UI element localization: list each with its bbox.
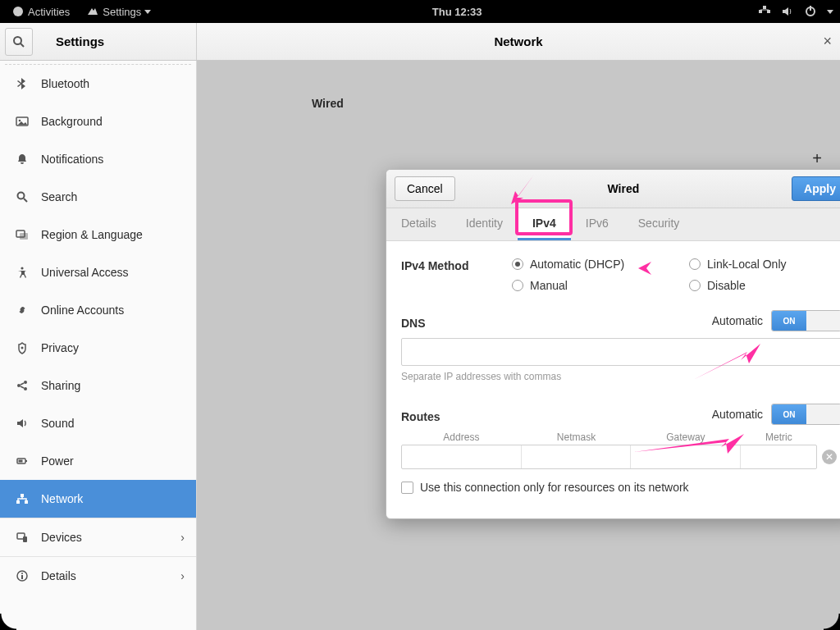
sidebar-item-label: Background [41,115,103,128]
tab-ipv4[interactable]: IPv4 [518,208,571,240]
sidebar-item-label: Region & Language [41,228,143,241]
tab-details[interactable]: Details [386,208,451,240]
tab-identity[interactable]: Identity [451,208,518,240]
svg-point-9 [19,120,21,122]
sidebar-item-devices[interactable]: Devices› [0,518,196,556]
sidebar-item-label: Privacy [41,341,79,354]
route-gateway-input[interactable] [631,445,740,468]
dialog-header: Cancel Wired Apply [386,170,840,208]
svg-line-11 [24,199,27,202]
cancel-button[interactable]: Cancel [395,176,455,201]
sidebar-item-notifications[interactable]: Notifications [0,140,196,178]
close-icon: ✕ [822,450,837,464]
chevron-right-icon: › [180,569,185,582]
sidebar-item-label: Search [41,190,77,203]
sidebar-item-sharing[interactable]: Sharing [0,367,196,404]
svg-rect-28 [21,575,23,579]
sidebar-item-background[interactable]: Background [0,103,196,140]
radio-disable[interactable]: Disable [689,279,840,292]
online-icon [15,303,30,317]
routes-automatic-label: Automatic [712,408,763,421]
toggle-off-half [806,404,840,424]
sidebar-item-bluetooth[interactable]: Bluetooth [0,65,196,103]
svg-rect-13 [20,233,28,240]
dns-automatic-toggle[interactable]: ON [771,310,840,331]
radio-manual[interactable]: Manual [512,279,664,292]
settings-panel: Wired + + [197,61,840,630]
sound-icon [15,416,30,431]
routes-col-address: Address [401,430,522,445]
apply-button[interactable]: Apply [792,176,840,201]
toggle-on-label: ON [772,404,806,424]
notifications-icon [15,152,30,167]
tab-security[interactable]: Security [623,208,695,240]
svg-rect-23 [25,500,28,504]
gnome-logo-icon [11,5,25,18]
sidebar-item-label: Notifications [41,153,103,166]
network-icon [15,491,30,506]
sidebar-search-button[interactable] [5,28,33,56]
activities-button[interactable]: Activities [7,3,75,20]
restrict-connection-label: Use this connection only for resources o… [420,481,689,494]
chevron-down-icon [144,10,151,14]
dialog-title: Wired [455,182,792,195]
routes-section-title: Routes [401,410,440,423]
search-icon [12,35,25,48]
sidebar-item-sound[interactable]: Sound [0,404,196,442]
sidebar-item-details[interactable]: Details› [0,556,196,595]
sidebar-item-label: Universal Access [41,266,129,279]
svg-rect-24 [21,494,24,497]
sidebar-item-privacy[interactable]: Privacy [0,329,196,367]
sidebar-item-label: Bluetooth [41,77,89,90]
radio-link-local[interactable]: Link-Local Only [689,258,840,271]
settings-app-icon [86,5,99,18]
panel-title: Network [494,34,542,48]
route-metric-input[interactable] [741,445,816,468]
svg-point-18 [24,387,27,390]
svg-rect-21 [19,460,23,463]
svg-rect-5 [810,6,811,11]
sidebar-item-online[interactable]: Online Accounts [0,291,196,329]
routes-automatic-toggle[interactable]: ON [771,404,840,425]
sidebar-item-search[interactable]: Search [0,178,196,216]
radio-automatic-dhcp[interactable]: Automatic (DHCP) [512,258,664,271]
devices-icon [15,530,30,545]
svg-point-17 [24,381,27,384]
dns-servers-input[interactable] [401,338,840,366]
svg-rect-22 [16,500,20,504]
sidebar-item-power[interactable]: Power [0,442,196,480]
svg-point-16 [17,384,21,387]
dialog-tabs: Details Identity IPv4 IPv6 Security [386,208,840,241]
sidebar-item-label: Network [41,492,83,505]
dns-hint: Separate IP addresses with commas [401,371,840,382]
settings-sidebar: BluetoothBackgroundNotificationsSearchRe… [0,61,197,630]
svg-rect-3 [763,6,766,9]
tab-ipv6[interactable]: IPv6 [571,208,623,240]
region-icon [15,227,30,242]
bluetooth-icon [15,76,30,91]
radio-label: Disable [707,279,746,292]
route-address-input[interactable] [402,445,522,468]
sidebar-item-label: Sound [41,417,74,430]
sidebar-item-region[interactable]: Region & Language [0,216,196,253]
window-close-button[interactable]: × [823,33,832,50]
route-netmask-input[interactable] [522,445,631,468]
network-status-icon [758,5,771,18]
chevron-right-icon: › [180,531,185,544]
appmenu-label: Settings [103,6,141,18]
svg-point-10 [18,193,25,199]
sidebar-item-access[interactable]: Universal Access [0,253,196,291]
route-remove-button[interactable]: ✕ [817,450,840,464]
volume-icon [781,5,794,18]
sidebar-title: Settings [56,34,104,48]
clock[interactable]: Thu 12:33 [156,6,758,18]
system-status-area[interactable] [758,5,833,18]
sidebar-item-label: Sharing [41,379,80,392]
radio-label: Link-Local Only [707,258,787,271]
gnome-topbar: Activities Settings Thu 12:33 [0,0,840,23]
background-icon [15,114,30,129]
sidebar-item-network[interactable]: Network [0,480,196,518]
restrict-connection-checkbox[interactable] [401,482,413,494]
svg-point-0 [13,7,23,16]
appmenu-button[interactable]: Settings [81,3,156,20]
